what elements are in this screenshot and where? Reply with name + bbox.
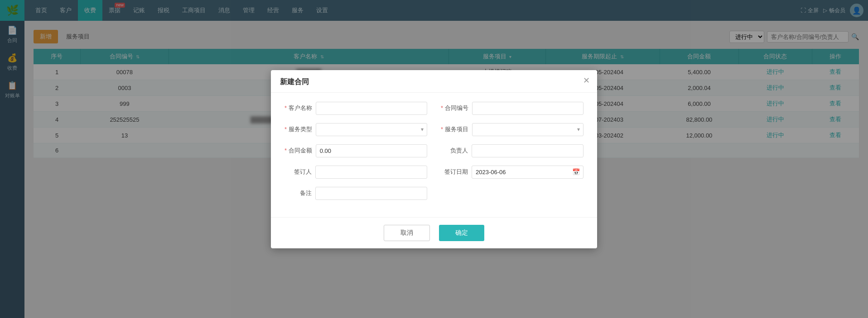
remark-input[interactable] [315, 187, 427, 200]
responsible-input[interactable] [472, 144, 583, 157]
form-group-amount: 合同金额 [285, 144, 427, 157]
cancel-button[interactable]: 取消 [384, 225, 430, 241]
service-item-select[interactable] [472, 123, 583, 136]
sign-date-wrap: 📅 [472, 166, 583, 179]
form-group-signer: 签订人 [285, 166, 427, 179]
amount-label: 合同金额 [285, 147, 312, 155]
service-type-label: 服务类型 [285, 125, 312, 133]
form-row-3: 合同金额 负责人 [285, 144, 583, 157]
service-item-label: 服务项目 [441, 125, 468, 133]
modal-close-button[interactable]: ✕ [583, 76, 590, 85]
signer-label: 签订人 [285, 168, 312, 176]
form-group-service-type: 服务类型 [285, 123, 427, 136]
signer-input[interactable] [315, 166, 427, 179]
modal-body: 客户名称 合同编号 服务类型 服务项目 [271, 93, 597, 217]
customer-name-input[interactable] [316, 102, 427, 115]
modal-title: 新建合同 [271, 70, 597, 93]
form-group-service-item: 服务项目 [441, 123, 583, 136]
form-row-2: 服务类型 服务项目 [285, 123, 583, 136]
new-contract-modal: 新建合同 ✕ 客户名称 合同编号 服务类型 [271, 70, 597, 248]
modal-overlay: 新建合同 ✕ 客户名称 合同编号 服务类型 [0, 0, 868, 318]
remark-label: 备注 [285, 189, 312, 197]
form-row-4: 签订人 签订日期 📅 [285, 166, 583, 179]
form-group-contract-no: 合同编号 [441, 102, 583, 115]
customer-name-label: 客户名称 [285, 104, 312, 112]
service-type-select-wrap [316, 123, 427, 136]
form-group-sign-date: 签订日期 📅 [441, 166, 583, 179]
sign-date-input[interactable] [472, 166, 583, 179]
form-row-1: 客户名称 合同编号 [285, 102, 583, 115]
amount-input[interactable] [316, 144, 427, 157]
modal-footer: 取消 确定 [271, 217, 597, 248]
service-item-select-wrap [472, 123, 583, 136]
confirm-button[interactable]: 确定 [439, 225, 484, 241]
contract-no-label: 合同编号 [441, 104, 468, 112]
calendar-icon[interactable]: 📅 [572, 168, 580, 176]
form-group-remark: 备注 [285, 187, 427, 200]
sign-date-label: 签订日期 [441, 168, 468, 176]
service-type-select[interactable] [316, 123, 427, 136]
contract-no-input[interactable] [472, 102, 583, 115]
form-group-responsible: 负责人 [441, 144, 583, 157]
responsible-label: 负责人 [441, 147, 468, 155]
form-group-customer: 客户名称 [285, 102, 427, 115]
form-row-5: 备注 [285, 187, 583, 200]
